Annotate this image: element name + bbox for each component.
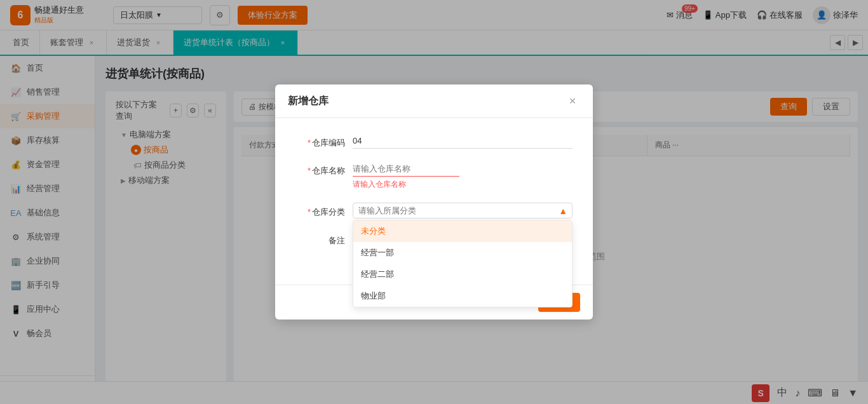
category-dropdown: 未分类 经营一部 经营二部 物业部 xyxy=(353,220,573,307)
warehouse-category-row: *仓库分类 ▲ 未分类 经营一部 经营二部 物业部 xyxy=(295,203,573,219)
name-label: *仓库名称 xyxy=(295,161,353,177)
modal-body: *仓库编码 *仓库名称 请输入仓库名称 *仓库分类 ▲ xyxy=(275,118,593,285)
dropdown-item-1[interactable]: 经营一部 xyxy=(353,242,572,264)
modal-title: 新增仓库 xyxy=(288,95,329,108)
dropdown-item-3[interactable]: 物业部 xyxy=(353,285,572,307)
dropdown-item-0[interactable]: 未分类 xyxy=(353,220,572,242)
note-label: 备注 xyxy=(295,231,353,246)
name-error-msg: 请输入仓库名称 xyxy=(295,179,406,190)
add-warehouse-modal: 新增仓库 × *仓库编码 *仓库名称 请输入仓库名称 *仓库分类 xyxy=(275,84,593,320)
modal-close-button[interactable]: × xyxy=(565,93,580,109)
warehouse-code-row: *仓库编码 xyxy=(295,133,573,149)
modal-header: 新增仓库 × xyxy=(275,84,593,118)
category-toggle-icon[interactable]: ▲ xyxy=(559,206,567,216)
name-input[interactable] xyxy=(353,161,459,177)
category-label: *仓库分类 xyxy=(295,203,353,218)
code-input[interactable] xyxy=(353,133,573,149)
dropdown-item-2[interactable]: 经营二部 xyxy=(353,264,572,285)
warehouse-name-row: *仓库名称 请输入仓库名称 xyxy=(295,161,573,190)
category-input[interactable] xyxy=(353,203,573,219)
code-label: *仓库编码 xyxy=(295,133,353,149)
